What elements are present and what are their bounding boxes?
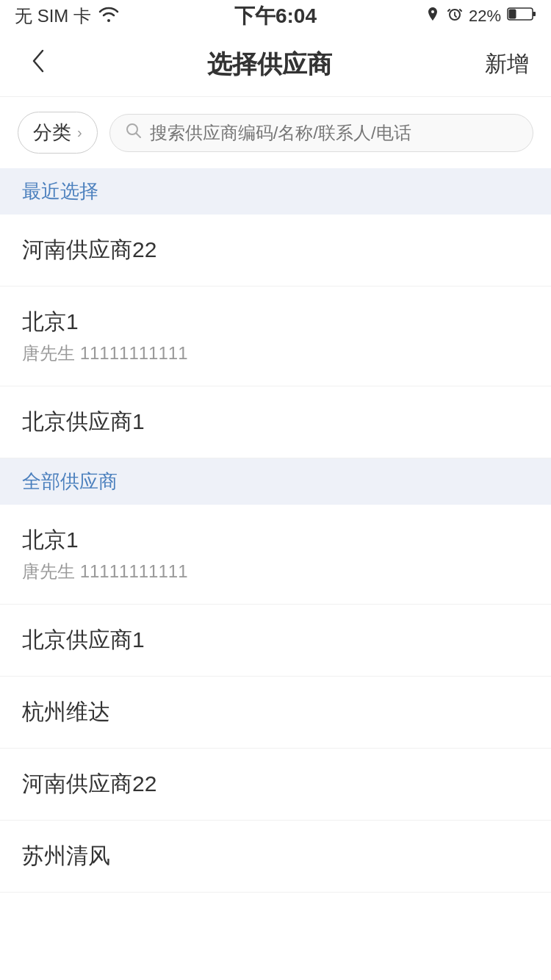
filter-bar: 分类 › [0,97,551,168]
item-name: 杭州维达 [22,697,529,727]
recent-list-item[interactable]: 河南供应商22 [0,215,551,287]
category-label: 分类 [33,120,71,145]
search-icon [125,122,143,144]
item-sub: 唐先生 11111111111 [22,560,529,583]
status-time: 下午6:04 [234,2,317,30]
recent-list-item[interactable]: 北京供应商1 [0,386,551,458]
wifi-icon [98,6,119,26]
item-name: 北京供应商1 [22,625,529,655]
all-list: 北京1唐先生 11111111111北京供应商1杭州维达河南供应商22苏州清风 [0,505,551,893]
chevron-right-icon: › [77,124,82,141]
all-section-label: 全部供应商 [22,470,118,492]
status-left: 无 SIM 卡 [15,4,119,28]
carrier-text: 无 SIM 卡 [15,4,91,28]
search-input[interactable] [150,123,518,143]
recent-section-header: 最近选择 [0,168,551,215]
all-list-item[interactable]: 北京供应商1 [0,605,551,677]
all-list-item[interactable]: 河南供应商22 [0,749,551,821]
all-list-item[interactable]: 苏州清风 [0,821,551,893]
back-button[interactable] [22,39,54,90]
alarm-icon [447,6,463,26]
recent-list-item[interactable]: 北京1唐先生 11111111111 [0,287,551,386]
item-name: 河南供应商22 [22,235,529,265]
item-name: 北京1 [22,525,529,555]
svg-rect-3 [533,12,536,16]
page-title: 选择供应商 [207,48,332,82]
item-name: 河南供应商22 [22,769,529,799]
battery-icon [507,7,536,26]
status-bar: 无 SIM 卡 下午6:04 22% [0,0,551,32]
item-name: 苏州清风 [22,841,529,871]
item-name: 北京1 [22,307,529,337]
recent-list: 河南供应商22北京1唐先生 11111111111北京供应商1 [0,215,551,458]
all-list-item[interactable]: 杭州维达 [0,677,551,749]
item-sub: 唐先生 11111111111 [22,342,529,365]
battery-text: 22% [469,7,501,26]
all-section-header: 全部供应商 [0,458,551,505]
all-list-item[interactable]: 北京1唐先生 11111111111 [0,505,551,605]
add-button[interactable]: 新增 [485,49,529,79]
location-icon [425,6,441,26]
svg-rect-2 [509,10,516,19]
recent-section-label: 最近选择 [22,180,98,202]
nav-bar: 选择供应商 新增 [0,32,551,97]
status-right: 22% [425,6,536,26]
category-button[interactable]: 分类 › [18,112,98,154]
search-box[interactable] [109,114,533,152]
item-name: 北京供应商1 [22,407,529,437]
